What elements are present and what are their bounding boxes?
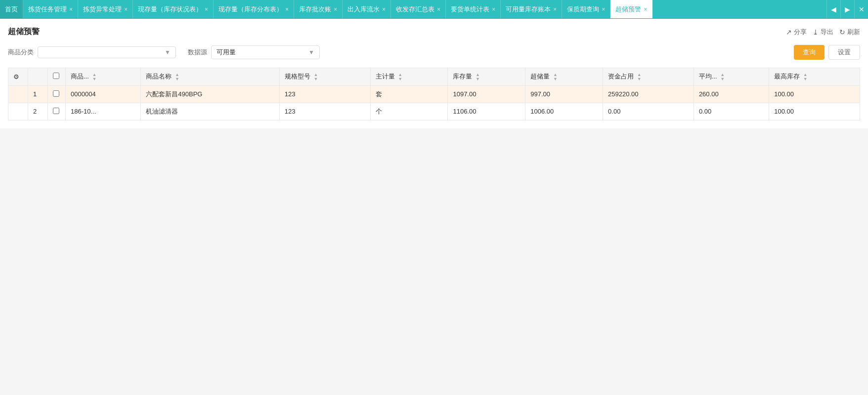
nav-item-in-out-flow[interactable]: 出入库流水× xyxy=(343,0,391,18)
filter-row: 商品分类 ▼ 数据源 可用量 ▼ 查询 设置 xyxy=(8,45,860,60)
th-product-name[interactable]: 商品名称 ▲▼ xyxy=(141,68,280,86)
td-unit: 套 xyxy=(370,85,448,103)
nav-item-close[interactable]: × xyxy=(602,6,605,13)
page-content: 超储预警 ↗ 分享 ⤓ 导出 ↻ 刷新 商品分类 ▼ 数据源 xyxy=(0,19,868,128)
nav-item-label: 超储预警 xyxy=(615,5,641,14)
nav-right-arrow[interactable]: ▶ xyxy=(840,0,854,19)
td-index: 2 xyxy=(28,103,48,120)
nav-left-arrow[interactable]: ◀ xyxy=(826,0,840,19)
row-checkbox[interactable] xyxy=(53,90,59,97)
sort-icon-overstock: ▲▼ xyxy=(553,73,558,81)
nav-item-overstock-warning[interactable]: 超储预警× xyxy=(610,0,652,18)
td-product-name: 六配套新昌490BPG xyxy=(141,85,280,103)
table-header-row: ⚙ 商品... ▲▼ 商品名称 ▲▼ 规格型号 ▲▼ 主计量 ▲▼ xyxy=(8,68,860,86)
datasource-dropdown-icon: ▼ xyxy=(308,49,314,56)
th-stock[interactable]: 库存量 ▲▼ xyxy=(448,68,525,86)
td-product-code: 0000004 xyxy=(66,85,141,103)
datasource-select-text: 可用量 xyxy=(217,48,236,57)
td-settings xyxy=(8,85,28,103)
nav-item-close[interactable]: × xyxy=(69,6,73,13)
nav-item-order-stats[interactable]: 要货单统计表× xyxy=(446,0,501,18)
nav-item-quality-check[interactable]: 保质期查询× xyxy=(562,0,610,18)
th-capital[interactable]: 资金占用 ▲▼ xyxy=(603,68,694,86)
nav-item-close[interactable]: × xyxy=(644,6,647,13)
th-spec[interactable]: 规格型号 ▲▼ xyxy=(279,68,370,86)
nav-item-inventory-status[interactable]: 现存量（库存状况表）× xyxy=(133,0,214,18)
filter-buttons: 查询 设置 xyxy=(794,45,860,60)
category-select[interactable]: ▼ xyxy=(38,46,176,58)
nav-item-label: 现存量（库存状况表） xyxy=(138,5,202,14)
sort-icon-product-code: ▲▼ xyxy=(92,73,96,81)
td-overstock: 997.00 xyxy=(525,85,603,103)
nav-item-collect-summary[interactable]: 收发存汇总表× xyxy=(391,0,446,18)
nav-item-batch-account[interactable]: 库存批次账× xyxy=(294,0,343,18)
sort-icon-max-stock: ▲▼ xyxy=(803,73,808,81)
nav-item-close[interactable]: × xyxy=(205,6,208,13)
th-unit[interactable]: 主计量 ▲▼ xyxy=(370,68,448,86)
refresh-action[interactable]: ↻ 刷新 xyxy=(839,28,860,37)
page-header: 超储预警 ↗ 分享 ⤓ 导出 ↻ 刷新 xyxy=(8,27,860,37)
td-capital: 259220.00 xyxy=(603,85,694,103)
settings-gear-icon[interactable]: ⚙ xyxy=(13,73,19,80)
table-row: 10000004六配套新昌490BPG123套1097.00997.002592… xyxy=(8,85,860,103)
nav-item-inventory-dist[interactable]: 现存量（库存分布表）× xyxy=(214,0,294,18)
nav-item-close[interactable]: × xyxy=(492,6,495,13)
td-spec: 123 xyxy=(279,103,370,120)
th-overstock[interactable]: 超储量 ▲▼ xyxy=(525,68,603,86)
th-max-stock[interactable]: 最高库存 ▲▼ xyxy=(769,68,860,86)
nav-item-label: 出入库流水 xyxy=(347,5,380,14)
export-action[interactable]: ⤓ 导出 xyxy=(813,28,833,37)
sort-icon-product-name: ▲▼ xyxy=(175,73,179,81)
nav-item-close[interactable]: × xyxy=(382,6,386,13)
td-spec: 123 xyxy=(279,85,370,103)
td-max-stock: 100.00 xyxy=(769,103,860,120)
nav-item-abnormal[interactable]: 拣货异常处理× xyxy=(78,0,133,18)
share-icon: ↗ xyxy=(786,28,792,36)
header-actions: ↗ 分享 ⤓ 导出 ↻ 刷新 xyxy=(786,28,860,37)
category-label: 商品分类 xyxy=(8,48,34,57)
datasource-select[interactable]: 可用量 ▼ xyxy=(211,45,320,59)
sort-icon-avg: ▲▼ xyxy=(720,73,725,81)
th-index xyxy=(28,68,48,86)
nav-item-close[interactable]: × xyxy=(334,6,337,13)
td-checkbox[interactable] xyxy=(48,85,66,103)
nav-item-label: 拣货任务管理 xyxy=(28,5,67,14)
td-stock: 1106.00 xyxy=(448,103,525,120)
row-checkbox[interactable] xyxy=(53,108,59,114)
th-product-code[interactable]: 商品... ▲▼ xyxy=(66,68,141,86)
data-table: ⚙ 商品... ▲▼ 商品名称 ▲▼ 规格型号 ▲▼ 主计量 ▲▼ xyxy=(8,68,860,120)
sort-icon-unit: ▲▼ xyxy=(398,73,402,81)
sort-icon-stock: ▲▼ xyxy=(476,73,480,81)
nav-item-close[interactable]: × xyxy=(553,6,557,13)
datasource-label: 数据源 xyxy=(188,48,207,57)
share-action[interactable]: ↗ 分享 xyxy=(786,28,807,37)
nav-item-label: 要货单统计表 xyxy=(451,5,489,14)
nav-item-close[interactable]: × xyxy=(437,6,440,13)
nav-item-home[interactable]: 首页 xyxy=(0,0,23,18)
query-button[interactable]: 查询 xyxy=(794,45,825,60)
nav-item-label: 可用量库存账本 xyxy=(506,5,551,14)
top-navigation: 首页拣货任务管理×拣货异常处理×现存量（库存状况表）×现存量（库存分布表）×库存… xyxy=(0,0,868,19)
refresh-icon: ↻ xyxy=(839,28,845,36)
td-overstock: 1006.00 xyxy=(525,103,603,120)
th-avg[interactable]: 平均... ▲▼ xyxy=(694,68,769,86)
nav-item-label: 拣货异常处理 xyxy=(83,5,122,14)
select-all-checkbox[interactable] xyxy=(53,73,59,79)
nav-item-label: 现存量（库存分布表） xyxy=(218,5,283,14)
sort-icon-capital: ▲▼ xyxy=(637,73,642,81)
settings-button[interactable]: 设置 xyxy=(828,45,860,60)
nav-item-available-account[interactable]: 可用量库存账本× xyxy=(501,0,562,18)
td-checkbox[interactable] xyxy=(48,103,66,120)
nav-close-all[interactable]: ✕ xyxy=(854,0,868,19)
share-label: 分享 xyxy=(794,28,807,37)
nav-item-task-mgmt[interactable]: 拣货任务管理× xyxy=(23,0,78,18)
td-product-code: 186-10... xyxy=(66,103,141,120)
td-capital: 0.00 xyxy=(603,103,694,120)
nav-item-label: 库存批次账 xyxy=(299,5,331,14)
refresh-label: 刷新 xyxy=(847,28,860,37)
nav-item-close[interactable]: × xyxy=(124,6,128,13)
td-unit: 个 xyxy=(370,103,448,120)
nav-item-close[interactable]: × xyxy=(285,6,289,13)
td-avg: 260.00 xyxy=(694,85,769,103)
sort-icon-spec: ▲▼ xyxy=(313,73,318,81)
